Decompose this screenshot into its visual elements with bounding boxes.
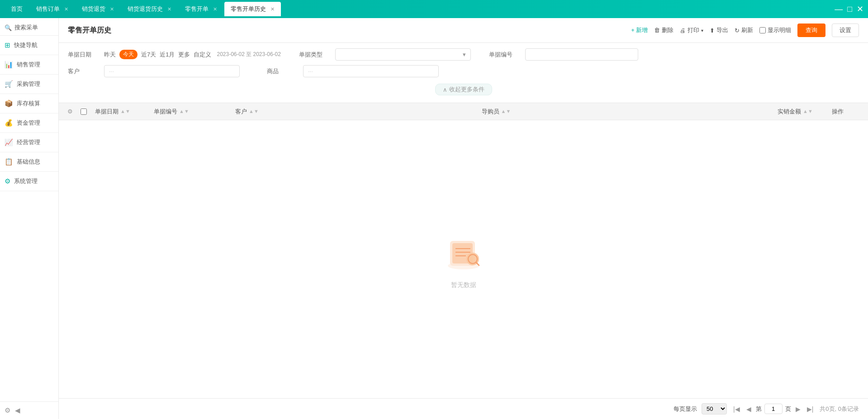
table-settings-icon[interactable]: ⚙ [63, 108, 77, 115]
export-icon: ⬆ [710, 27, 715, 34]
goods-ellipsis: ··· [308, 68, 313, 75]
tab-home[interactable]: 首页 [5, 2, 29, 16]
sort-guide-icon: ▲▼ [501, 109, 511, 114]
window-close[interactable]: ✕ [857, 4, 863, 14]
per-page-label: 每页显示 [674, 405, 697, 413]
customer-select[interactable]: ··· [104, 65, 240, 77]
tab-close-sales-return-history[interactable]: ✕ [167, 6, 171, 12]
tab-sales-return[interactable]: 销货退货 ✕ [76, 2, 120, 16]
tab-retail-open[interactable]: 零售开单 ✕ [179, 2, 223, 16]
sidebar-collapse-btn[interactable]: ◀ [15, 406, 20, 414]
prev-page-btn[interactable]: ◀ [745, 405, 753, 414]
delete-button[interactable]: 🗑 删除 [654, 26, 674, 34]
date-option-today[interactable]: 今天 [119, 50, 138, 59]
show-detail-label[interactable]: 显示明细 [759, 26, 791, 34]
query-button[interactable]: 查询 [797, 24, 825, 37]
tab-retail-open-history[interactable]: 零售开单历史 ✕ [224, 2, 281, 16]
table-select-all[interactable] [77, 108, 90, 115]
page-nav: |◀ ◀ 第 页 ▶ ▶| [731, 404, 815, 414]
tab-close-retail-open-history[interactable]: ✕ [270, 6, 275, 12]
per-page-select[interactable]: 50 100 200 [702, 403, 727, 414]
page-input[interactable] [764, 404, 783, 414]
page-title: 零售开单历史 [68, 26, 111, 35]
sidebar: 🔍 搜索采单 ⊞ 快捷导航 📊 销售管理 🛒 采购管理 📦 库存核算 💰 资金管… [0, 18, 59, 419]
tab-sales-return-history[interactable]: 销货退货历史 ✕ [121, 2, 178, 16]
collapse-bar: ∧ 收起更多条件 [68, 82, 859, 97]
refresh-icon: ↻ [735, 27, 740, 34]
add-button[interactable]: + 新增 [631, 26, 648, 34]
tab-close-sales-order[interactable]: ✕ [64, 6, 68, 12]
customer-ellipsis: ··· [109, 68, 114, 75]
filter-area: 单据日期 昨天 今天 近7天 近1月 更多 自定义 2023-06-02 至 2… [59, 43, 868, 103]
tab-close-retail-open[interactable]: ✕ [213, 6, 217, 12]
operations-icon: 📈 [5, 138, 13, 146]
sidebar-item-purchase-mgmt[interactable]: 🛒 采购管理 [0, 75, 58, 94]
finance-icon: 💰 [5, 119, 13, 127]
date-label: 单据日期 [68, 51, 95, 59]
sidebar-item-basic-info[interactable]: 📋 基础信息 [0, 152, 58, 172]
table-area: ⚙ 单据日期 ▲▼ 单据编号 ▲▼ 客户 ▲▼ 导购员 [59, 103, 868, 398]
window-maximize[interactable]: □ [847, 5, 852, 14]
empty-state: 暂无数据 [59, 120, 868, 398]
inventory-icon: 📦 [5, 99, 13, 108]
select-all-checkbox[interactable] [81, 108, 87, 115]
date-option-more[interactable]: 更多 [178, 51, 190, 59]
window-minimize[interactable]: — [835, 5, 843, 14]
sidebar-item-operations[interactable]: 📈 经营管理 [0, 133, 58, 152]
tab-list: 首页 销售订单 ✕ 销货退货 ✕ 销货退货历史 ✕ 零售开单 ✕ 零售开单历史 … [5, 2, 835, 16]
col-guide[interactable]: 导购员 ▲▼ [477, 108, 536, 116]
goods-select[interactable]: ··· [303, 65, 439, 77]
export-button[interactable]: ⬆ 导出 [710, 26, 728, 34]
print-button[interactable]: 🖨 🖨 打印 打印 ▾ [680, 26, 703, 34]
sidebar-settings-btn[interactable]: ⚙ [5, 406, 10, 414]
page-unit: 页 [785, 405, 791, 413]
filter-row-2: 客户 ··· 商品 ··· [68, 65, 859, 77]
settings-button[interactable]: 设置 [832, 24, 859, 37]
type-select[interactable]: ▾ [335, 48, 471, 61]
sidebar-item-finance[interactable]: 💰 资金管理 [0, 113, 58, 133]
empty-text: 暂无数据 [451, 281, 476, 289]
system-mgmt-icon: ⚙ [5, 177, 10, 185]
col-number[interactable]: 单据编号 ▲▼ [149, 108, 231, 116]
last-page-btn[interactable]: ▶| [805, 405, 816, 414]
sort-amount-icon: ▲▼ [803, 109, 813, 114]
sort-date-icon: ▲▼ [120, 109, 130, 114]
tab-sales-order[interactable]: 销售订单 ✕ [30, 2, 75, 16]
tab-close-sales-return[interactable]: ✕ [110, 6, 114, 12]
date-range: 2023-06-02 至 2023-06-02 [217, 51, 280, 58]
page-total-info: 共0页, 0条记录 [820, 405, 859, 413]
date-option-custom[interactable]: 自定义 [194, 51, 211, 59]
col-amount[interactable]: 实销金额 ▲▼ [773, 108, 827, 116]
show-detail-checkbox[interactable] [759, 27, 766, 33]
page-label: 第 [756, 405, 762, 413]
sidebar-item-quick-nav[interactable]: ⊞ 快捷导航 [0, 36, 58, 55]
top-bar: 首页 销售订单 ✕ 销货退货 ✕ 销货退货历史 ✕ 零售开单 ✕ 零售开单历史 … [0, 0, 868, 18]
first-page-btn[interactable]: |◀ [731, 405, 742, 414]
date-options: 昨天 今天 近7天 近1月 更多 自定义 2023-06-02 至 2023-0… [104, 50, 281, 59]
page-header: 零售开单历史 + 新增 🗑 删除 🖨 🖨 打印 打印 ▾ ⬆ 导出 ↻ 刷新 [59, 18, 868, 43]
customer-label: 客户 [68, 67, 95, 75]
sidebar-item-sales-mgmt[interactable]: 📊 销售管理 [0, 55, 58, 75]
sidebar-search[interactable]: 🔍 搜索采单 [0, 18, 58, 36]
next-page-btn[interactable]: ▶ [794, 405, 802, 414]
sidebar-item-system-mgmt[interactable]: ⚙ 系统管理 [0, 172, 58, 191]
sidebar-bottom: ⚙ ◀ [0, 401, 58, 419]
collapse-button[interactable]: ∧ 收起更多条件 [435, 84, 492, 95]
purchase-mgmt-icon: 🛒 [5, 80, 13, 88]
col-customer[interactable]: 客户 ▲▼ [231, 108, 477, 116]
header-actions: + 新增 🗑 删除 🖨 🖨 打印 打印 ▾ ⬆ 导出 ↻ 刷新 [631, 24, 859, 37]
goods-label: 商品 [267, 67, 294, 75]
print-icon: 🖨 [680, 27, 686, 34]
date-option-7days[interactable]: 近7天 [141, 51, 156, 59]
number-input[interactable] [525, 48, 638, 61]
main-layout: 🔍 搜索采单 ⊞ 快捷导航 📊 销售管理 🛒 采购管理 📦 库存核算 💰 资金管… [0, 18, 868, 419]
refresh-button[interactable]: ↻ 刷新 [735, 26, 753, 34]
basic-info-icon: 📋 [5, 158, 13, 166]
date-option-yesterday[interactable]: 昨天 [104, 51, 116, 59]
sidebar-item-inventory[interactable]: 📦 库存核算 [0, 94, 58, 113]
search-icon: 🔍 [5, 24, 12, 31]
date-option-1month[interactable]: 近1月 [160, 51, 175, 59]
content: 零售开单历史 + 新增 🗑 删除 🖨 🖨 打印 打印 ▾ ⬆ 导出 ↻ 刷新 [59, 18, 868, 419]
col-actions: 操作 [827, 108, 863, 116]
col-date[interactable]: 单据日期 ▲▼ [90, 108, 149, 116]
